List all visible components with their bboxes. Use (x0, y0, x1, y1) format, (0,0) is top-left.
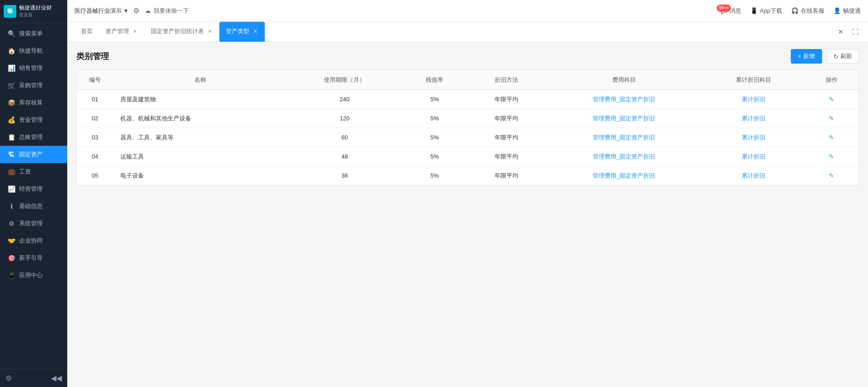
sidebar-item-salary[interactable]: 💼 工资 (0, 163, 67, 180)
topbar-settings-icon[interactable]: ⚙ (133, 6, 139, 15)
sidebar-nav: 🔍 搜索菜单 🏠 快捷导航 📊 销售管理 🛒 采购管理 📦 库存核算 💰 资金管… (0, 23, 67, 369)
sidebar-item-inventory[interactable]: 📦 库存核算 (0, 94, 67, 111)
cell-accumulated_depreciation-0: 累计折旧 (703, 90, 805, 109)
tab-close-asset-type[interactable]: ✕ (252, 27, 258, 35)
cell-accumulated_depreciation-3: 累计折旧 (703, 147, 805, 166)
cell-residual_rate-0: 5% (402, 90, 467, 109)
app-download-icon: 📱 (750, 7, 758, 14)
sidebar-item-label: 经营管理 (19, 185, 43, 193)
user-icon: 👤 (833, 7, 841, 14)
table-row: 05电子设备365%年限平均管理费用_固定资产折旧累计折旧✎ (77, 166, 858, 185)
col-header-usage_period: 使用期限（月） (288, 70, 402, 90)
sidebar: 畅 畅捷通好业财 普及版 🔍 搜索菜单 🏠 快捷导航 📊 销售管理 🛒 采购管理… (0, 0, 67, 387)
sidebar-item-enterprise[interactable]: 🤝 企业协同 (0, 232, 67, 249)
cell-usage_period-3: 48 (288, 147, 402, 166)
topbar-action-user[interactable]: 👤 畅捷通 (833, 7, 861, 15)
content-area: 类别管理 + 新增 ↻ 刷新 编号名称使用期限（月）残值率折旧方法费用科目累计折… (67, 42, 868, 387)
sidebar-item-basic-info[interactable]: ℹ 基础信息 (0, 198, 67, 215)
app-download-label: App下载 (760, 7, 782, 15)
cell-operation-2: ✎ (804, 128, 858, 147)
capital-icon: 💰 (7, 116, 15, 124)
settings-icon[interactable]: ⚙ (5, 374, 12, 382)
sidebar-item-business-mgmt[interactable]: 📈 经营管理 (0, 180, 67, 198)
sidebar-item-label: 库存核算 (19, 99, 43, 107)
topbar: 医疗器械行业演示 ▾ ⚙ ☁ 我要体验一下 💬99+ 消息 📱 App下载 🎧 … (67, 0, 868, 22)
cell-depreciation_method-0: 年限平均 (467, 90, 546, 109)
sidebar-item-guide[interactable]: 🎯 新手引导 (0, 249, 67, 267)
sidebar-item-sales[interactable]: 📊 销售管理 (0, 60, 67, 77)
sidebar-header: 畅 畅捷通好业财 普及版 (0, 0, 67, 23)
sidebar-item-label: 采购管理 (19, 81, 43, 89)
sidebar-item-label: 搜索菜单 (19, 30, 43, 38)
cell-usage_period-0: 240 (288, 90, 402, 109)
cell-name-2: 器具、工具、家具等 (113, 128, 288, 147)
category-table: 编号名称使用期限（月）残值率折旧方法费用科目累计折旧科目操作 01房屋及建筑物2… (77, 70, 858, 185)
tab-fixed-asset-table[interactable]: 固定资产折旧统计表✕ (144, 22, 219, 42)
page-title: 类别管理 (76, 51, 109, 62)
sidebar-item-app-center[interactable]: 📱 应用中心 (0, 267, 67, 284)
cell-depreciation_method-4: 年限平均 (467, 166, 546, 185)
cell-expense_subject-1: 管理费用_固定资产折旧 (546, 109, 703, 128)
sidebar-item-fixed-assets[interactable]: 🏗 固定资产 (0, 146, 67, 163)
messages-label: 消息 (729, 7, 741, 15)
topbar-action-online-service[interactable]: 🎧 在线客服 (791, 7, 824, 15)
experience-button[interactable]: ☁ 我要体验一下 (145, 7, 189, 15)
tab-asset-mgmt[interactable]: 资产管理✕ (99, 22, 144, 42)
cell-expense_subject-3: 管理费用_固定资产折旧 (546, 147, 703, 166)
col-header-name: 名称 (113, 70, 288, 90)
sidebar-item-label: 工资 (19, 168, 31, 176)
sidebar-item-system-mgmt[interactable]: ⚙ 系统管理 (0, 215, 67, 232)
sidebar-item-label: 快捷导航 (19, 47, 43, 55)
cell-operation-4: ✎ (804, 166, 858, 185)
sidebar-item-quick-nav[interactable]: 🏠 快捷导航 (0, 42, 67, 60)
edit-button-2[interactable]: ✎ (826, 133, 837, 142)
tab-close-fixed-asset-table[interactable]: ✕ (207, 27, 213, 35)
topbar-action-app-download[interactable]: 📱 App下载 (750, 7, 782, 15)
guide-icon: 🎯 (7, 254, 15, 262)
col-header-depreciation_method: 折旧方法 (467, 70, 546, 90)
cell-operation-0: ✎ (804, 90, 858, 109)
search-icon: 🔍 (7, 30, 15, 38)
app-center-icon: 📱 (7, 271, 15, 279)
tab-home[interactable]: 首页 (74, 22, 99, 42)
cell-expense_subject-4: 管理费用_固定资产折旧 (546, 166, 703, 185)
tab-asset-type[interactable]: 资产类型✕ (219, 22, 265, 42)
cell-usage_period-2: 60 (288, 128, 402, 147)
sidebar-item-search[interactable]: 🔍 搜索菜单 (0, 25, 67, 42)
sidebar-item-capital[interactable]: 💰 资金管理 (0, 111, 67, 129)
cell-accumulated_depreciation-2: 累计折旧 (703, 128, 805, 147)
new-button[interactable]: + 新增 (791, 49, 822, 64)
company-name: 医疗器械行业演示 (74, 7, 122, 15)
company-selector[interactable]: 医疗器械行业演示 ▾ (74, 7, 128, 15)
system-mgmt-icon: ⚙ (7, 219, 15, 228)
messages-icon: 💬99+ (720, 7, 727, 14)
collapse-icon[interactable]: ◀◀ (51, 374, 62, 382)
edit-button-1[interactable]: ✎ (826, 114, 837, 123)
sidebar-item-label: 系统管理 (19, 219, 43, 228)
window-maximize-button[interactable]: ⛶ (850, 26, 861, 37)
sidebar-item-general-ledger[interactable]: 📋 总账管理 (0, 129, 67, 146)
edit-button-3[interactable]: ✎ (826, 152, 837, 161)
business-mgmt-icon: 📈 (7, 185, 15, 193)
sales-icon: 📊 (7, 64, 15, 72)
edit-button-0[interactable]: ✎ (826, 95, 837, 104)
refresh-button[interactable]: ↻ 刷新 (827, 49, 859, 64)
tab-close-asset-mgmt[interactable]: ✕ (132, 27, 138, 35)
refresh-icon: ↻ (833, 53, 838, 60)
cell-depreciation_method-1: 年限平均 (467, 109, 546, 128)
basic-info-icon: ℹ (7, 202, 15, 210)
cell-depreciation_method-2: 年限平均 (467, 128, 546, 147)
cell-residual_rate-3: 5% (402, 147, 467, 166)
main-area: 医疗器械行业演示 ▾ ⚙ ☁ 我要体验一下 💬99+ 消息 📱 App下载 🎧 … (67, 0, 868, 387)
window-close-button[interactable]: ✕ (835, 26, 846, 37)
topbar-action-messages[interactable]: 💬99+ 消息 (720, 7, 741, 15)
sidebar-item-label: 总账管理 (19, 133, 43, 141)
cell-name-4: 电子设备 (113, 166, 288, 185)
edit-button-4[interactable]: ✎ (826, 171, 837, 180)
cell-accumulated_depreciation-4: 累计折旧 (703, 166, 805, 185)
sidebar-item-label: 基础信息 (19, 202, 43, 210)
dropdown-icon: ▾ (124, 7, 128, 14)
badge-messages: 99+ (717, 5, 731, 12)
cell-operation-3: ✎ (804, 147, 858, 166)
sidebar-item-purchase[interactable]: 🛒 采购管理 (0, 77, 67, 94)
